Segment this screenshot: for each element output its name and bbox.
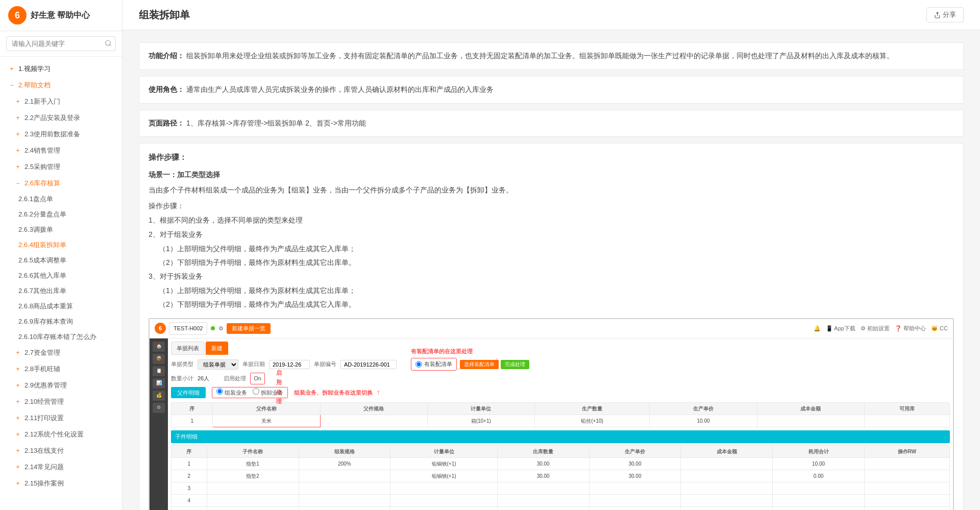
function-intro-label: 功能介绍： (149, 52, 184, 60)
app-logo-icon: 6 (155, 323, 166, 334)
nav-icon-2.2: + (14, 114, 21, 122)
disassembly-type-radio[interactable] (253, 388, 259, 395)
role-section: 使用角色： 通常由生产人员或库管人员完成拆装业务的操作，库管人员确认原材料的出库… (139, 76, 964, 104)
share-button[interactable]: 分享 (926, 7, 964, 22)
app-icon2: 📱 App下载 (826, 324, 855, 333)
sidebar-item-2.3[interactable]: +2.3使用前数据准备 (0, 126, 122, 142)
sidebar-item-2.11[interactable]: +2.11打印设置 (0, 410, 122, 426)
sidebar-item-2.15[interactable]: +2.15操作案例 (0, 475, 122, 492)
logo-icon: 6 (8, 6, 27, 25)
sub-section-header: 子件明细 (171, 430, 950, 443)
sidebar-item-2.4[interactable]: +2.4销售管理 (0, 142, 122, 159)
nav-icon-1: + (8, 65, 15, 72)
app-sidebar-icon-5: 💰 (153, 391, 165, 401)
sidebar-item-2.6.1[interactable]: 2.6.1盘点单 (0, 191, 122, 207)
search-input[interactable] (6, 36, 116, 51)
sidebar-item-2.6.3[interactable]: 2.6.3调拨单 (0, 222, 122, 237)
sidebar-item-2.5[interactable]: +2.5采购管理 (0, 159, 122, 175)
process-btn[interactable]: 选择装配清单 (460, 360, 499, 369)
scenario1-title: 场景一：加工类型选择 (149, 169, 954, 181)
col-cost: 成本金额 (757, 403, 864, 415)
sidebar-item-2[interactable]: −2.帮助文档 (0, 77, 122, 93)
col-parent-spec: 父件规格 (320, 403, 427, 415)
col-cost2: 成本金额 (681, 445, 773, 457)
sidebar-item-2.14[interactable]: +2.14常见问题 (0, 459, 122, 475)
col-op: 操作RW (865, 445, 950, 457)
sidebar-item-2.6.9[interactable]: 2.6.9库存账本查询 (0, 314, 122, 329)
nav-icon-2.4: + (14, 147, 21, 154)
sidebar-item-2.6.10[interactable]: 2.6.10库存账本错了怎么办 (0, 329, 122, 345)
nav-icon-2.7: + (14, 349, 21, 356)
col-prod-price: 生产单价 (650, 403, 757, 415)
nav-icon-2.10: + (14, 398, 21, 405)
app-sidebar-icon-6: ⚙ (153, 403, 165, 413)
app-icon1: 🔔 (814, 324, 821, 333)
step3-sub1: （1）上部明细为父件明细，最终作为原材料生成其它出库单； (159, 285, 954, 297)
sidebar-item-2.6.2[interactable]: 2.6.2分量盘点单 (0, 207, 122, 222)
app-config-icon: ⚙ (218, 324, 224, 333)
col-out-qty: 出库数量 (497, 445, 589, 457)
app-user: 🐱 CC (931, 324, 948, 333)
sidebar-item-2.6[interactable]: −2.6库存核算 (0, 175, 122, 191)
col-prod-qty: 生产数量 (534, 403, 650, 415)
col-seq2: 序 (172, 445, 207, 457)
sidebar-item-2.6.8[interactable]: 2.6.8商品成本重算 (0, 299, 122, 314)
sidebar-item-2.1[interactable]: +2.1新手入门 (0, 93, 122, 110)
step2-sub2: （2）下部明细为子件明细，最终作为原材料生成其它出库单。 (159, 257, 954, 269)
sidebar-item-2.7[interactable]: +2.7资金管理 (0, 345, 122, 361)
main-area: 组装拆卸单 分享 功能介绍： 组装拆卸单用来处理企业组装或拆卸等加工业务，支持有… (122, 0, 980, 510)
table-row: 3 (172, 482, 950, 494)
form-qty-label: 数量小计 (171, 374, 193, 383)
sidebar-item-1[interactable]: +1.视频学习 (0, 61, 122, 77)
table-row: 4 (172, 494, 950, 506)
app-tabs: 单据列表 新建 (171, 342, 950, 355)
sidebar-item-2.8[interactable]: +2.8手机旺辅 (0, 361, 122, 377)
assembly-type-label: 组装业务 (225, 390, 247, 396)
app-new-btn[interactable]: 新建单据一览 (227, 323, 271, 334)
sidebar-header: 6 好生意 帮助中心 (0, 0, 122, 31)
path-section: 页面路径： 1、库存核算->库存管理->组装拆卸单 2、首页->常用功能 (139, 110, 964, 137)
save-btn[interactable]: 完成处理 (501, 360, 529, 369)
app-company-name: TEST-H002 (169, 322, 207, 335)
app-tab-new[interactable]: 新建 (206, 342, 228, 355)
nav-icon-2.11: + (14, 415, 21, 422)
app-topbar-right: 🔔 📱 App下载 ⚙ 初始设置 ❓ 帮助中心 🐱 CC (814, 324, 948, 333)
sidebar-item-2.6.7[interactable]: 2.6.7其他出库单 (0, 283, 122, 299)
sidebar-item-2.6.6[interactable]: 2.6.6其他入库单 (0, 268, 122, 283)
path-text: 1、库存核算->库存管理->组装拆卸单 2、首页->常用功能 (186, 119, 366, 127)
form-type-select[interactable]: 组装单据 拆卸单据 (198, 359, 238, 370)
search-box (0, 31, 122, 57)
table-row: 2 指垫2 铅铜铁(+1) 30.00 30.00 0.00 (172, 470, 950, 482)
col-prod-price2: 生产单价 (589, 445, 681, 457)
sidebar-item-2.12[interactable]: +2.12系统个性化设置 (0, 426, 122, 443)
content-area: 功能介绍： 组装拆卸单用来处理企业组装或拆卸等加工业务，支持有固定装配清单的产品… (122, 30, 980, 510)
scenario1-intro: 当由多个子件材料组装成一个成品的业务为【组装】业务，当由一个父件拆分成多个子产品… (149, 184, 954, 197)
sidebar-item-2.6.4[interactable]: 2.6.4组装拆卸单 (0, 237, 122, 253)
search-button[interactable] (105, 39, 112, 48)
form-no-input[interactable] (340, 360, 397, 369)
assembly-radio[interactable] (415, 361, 422, 368)
table-row: 1 指垫1 200% 铅铜铁(+1) 30.00 30.00 10.00 (172, 457, 950, 470)
assembly-type-radio[interactable] (216, 388, 223, 395)
app-icon4: ❓ 帮助中心 (895, 324, 926, 333)
page-title: 组装拆卸单 (139, 8, 190, 22)
svg-point-0 (106, 40, 110, 45)
nav-icon-2.9: + (14, 382, 21, 389)
sidebar-item-2.10[interactable]: +2.10经营管理 (0, 394, 122, 410)
app-sidebar-icon-2: 📦 (153, 354, 165, 364)
nav-icon-2.8: + (14, 366, 21, 373)
sidebar-item-2.6.5[interactable]: 2.6.5成本调整单 (0, 253, 122, 268)
process-enable-box: On (250, 373, 265, 384)
nav-icon-2.13: + (14, 447, 21, 454)
nav-icon-2.15: + (14, 480, 21, 487)
sidebar-item-2.9[interactable]: +2.9优惠券管理 (0, 377, 122, 394)
nav-icon-2.14: + (14, 464, 21, 471)
step1: 1、根据不同的业务，选择不同单据的类型来处理 (149, 214, 954, 227)
form-date-input[interactable] (269, 360, 310, 369)
app-sidebar-icon-3: 📋 (153, 366, 165, 376)
col-sub-name: 子件名称 (207, 445, 299, 457)
sidebar-item-2.2[interactable]: +2.2产品安装及登录 (0, 110, 122, 126)
app-tab-list[interactable]: 单据列表 (171, 342, 205, 355)
sidebar-item-2.13[interactable]: +2.13在线支付 (0, 443, 122, 459)
assembly-select-box: 有装配清单 (411, 358, 457, 371)
